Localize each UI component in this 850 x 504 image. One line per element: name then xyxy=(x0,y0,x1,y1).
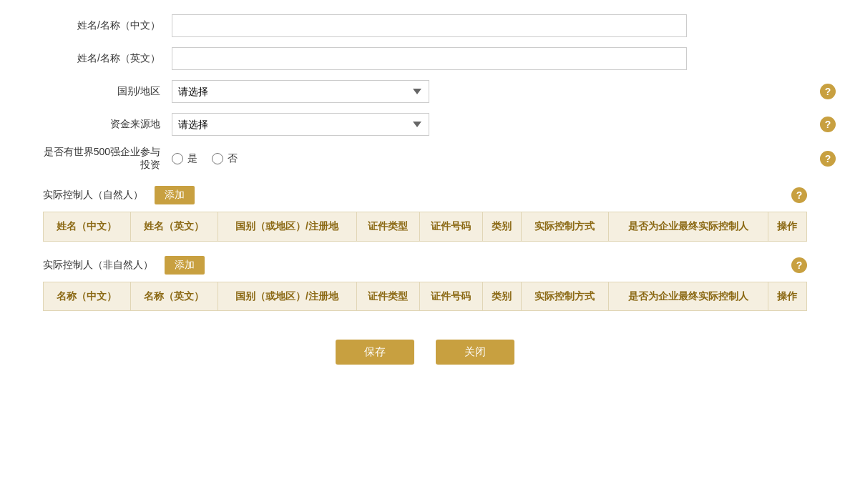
non-natural-col-category: 类别 xyxy=(482,282,521,311)
natural-section-title: 实际控制人（自然人） xyxy=(43,189,143,202)
fortune500-label: 是否有世界500强企业参与投资 xyxy=(43,146,172,172)
fund-source-select-wrapper: 请选择 xyxy=(172,113,429,136)
country-help-icon[interactable]: ? xyxy=(820,84,836,99)
non-natural-section-header: 实际控制人（非自然人） 添加 ? xyxy=(43,256,807,275)
name-cn-row: 姓名/名称（中文） xyxy=(43,14,807,37)
non-natural-person-table: 名称（中文） 名称（英文） 国别（或地区）/注册地 证件类型 证件号码 类别 实… xyxy=(43,282,807,312)
natural-person-table: 姓名（中文） 姓名（英文） 国别（或地区）/注册地 证件类型 证件号码 类别 实… xyxy=(43,212,807,242)
non-natural-add-button[interactable]: 添加 xyxy=(165,256,205,275)
country-label: 国别/地区 xyxy=(43,85,172,98)
radio-no-label: 否 xyxy=(228,152,238,165)
fortune500-help-icon[interactable]: ? xyxy=(820,151,836,167)
natural-person-section: 实际控制人（自然人） 添加 ? 姓名（中文） 姓名（英文） 国别（或地区）/注册… xyxy=(43,186,807,242)
fund-source-row: 资金来源地 请选择 ? xyxy=(43,113,807,136)
non-natural-col-name-cn: 名称（中文） xyxy=(44,282,131,311)
radio-yes-item[interactable]: 是 xyxy=(172,152,197,165)
natural-col-control-method: 实际控制方式 xyxy=(521,212,608,242)
country-select[interactable]: 请选择 xyxy=(172,80,429,103)
country-row: 国别/地区 请选择 ? xyxy=(43,80,807,103)
natural-col-country: 国别（或地区）/注册地 xyxy=(218,212,356,242)
non-natural-table-header-row: 名称（中文） 名称（英文） 国别（或地区）/注册地 证件类型 证件号码 类别 实… xyxy=(44,282,807,311)
natural-section-header: 实际控制人（自然人） 添加 ? xyxy=(43,186,807,204)
radio-no[interactable] xyxy=(212,153,223,164)
non-natural-col-name-en: 名称（英文） xyxy=(130,282,218,311)
natural-col-operation: 操作 xyxy=(768,212,806,242)
fortune500-row: 是否有世界500强企业参与投资 是 否 ? xyxy=(43,146,807,172)
fund-source-label: 资金来源地 xyxy=(43,118,172,131)
radio-yes[interactable] xyxy=(172,153,183,164)
name-en-label: 姓名/名称（英文） xyxy=(43,52,172,65)
non-natural-person-section: 实际控制人（非自然人） 添加 ? 名称（中文） 名称（英文） 国别（或地区）/注… xyxy=(43,256,807,312)
form-section: 姓名/名称（中文） 姓名/名称（英文） 国别/地区 请选择 ? 资金来源地 请选… xyxy=(43,14,807,172)
name-cn-label: 姓名/名称（中文） xyxy=(43,19,172,32)
save-button[interactable]: 保存 xyxy=(336,340,414,365)
close-button[interactable]: 关闭 xyxy=(436,340,514,365)
non-natural-col-country: 国别（或地区）/注册地 xyxy=(218,282,356,311)
fortune500-radio-group: 是 否 xyxy=(172,152,238,165)
natural-add-button[interactable]: 添加 xyxy=(155,186,195,204)
footer-buttons: 保存 关闭 xyxy=(43,340,807,365)
natural-section-help-icon[interactable]: ? xyxy=(791,187,807,203)
radio-no-item[interactable]: 否 xyxy=(212,152,238,165)
country-select-wrapper: 请选择 xyxy=(172,80,429,103)
radio-yes-label: 是 xyxy=(187,152,197,165)
non-natural-section-help-icon[interactable]: ? xyxy=(791,257,807,273)
natural-col-name-cn: 姓名（中文） xyxy=(44,212,131,242)
non-natural-col-cert-no: 证件号码 xyxy=(419,282,482,311)
natural-col-cert-no: 证件号码 xyxy=(419,212,482,242)
non-natural-section-title: 实际控制人（非自然人） xyxy=(43,259,153,272)
natural-col-name-en: 姓名（英文） xyxy=(130,212,218,242)
name-en-input[interactable] xyxy=(172,47,687,70)
fund-source-select[interactable]: 请选择 xyxy=(172,113,429,136)
non-natural-col-control-method: 实际控制方式 xyxy=(521,282,608,311)
non-natural-col-cert-type: 证件类型 xyxy=(356,282,419,311)
non-natural-col-operation: 操作 xyxy=(768,282,806,311)
natural-table-header-row: 姓名（中文） 姓名（英文） 国别（或地区）/注册地 证件类型 证件号码 类别 实… xyxy=(44,212,807,242)
natural-col-cert-type: 证件类型 xyxy=(356,212,419,242)
name-en-row: 姓名/名称（英文） xyxy=(43,47,807,70)
natural-col-category: 类别 xyxy=(482,212,521,242)
natural-col-final-controller: 是否为企业最终实际控制人 xyxy=(608,212,768,242)
non-natural-col-final-controller: 是否为企业最终实际控制人 xyxy=(608,282,768,311)
fund-source-help-icon[interactable]: ? xyxy=(820,117,836,132)
name-cn-input[interactable] xyxy=(172,14,687,37)
